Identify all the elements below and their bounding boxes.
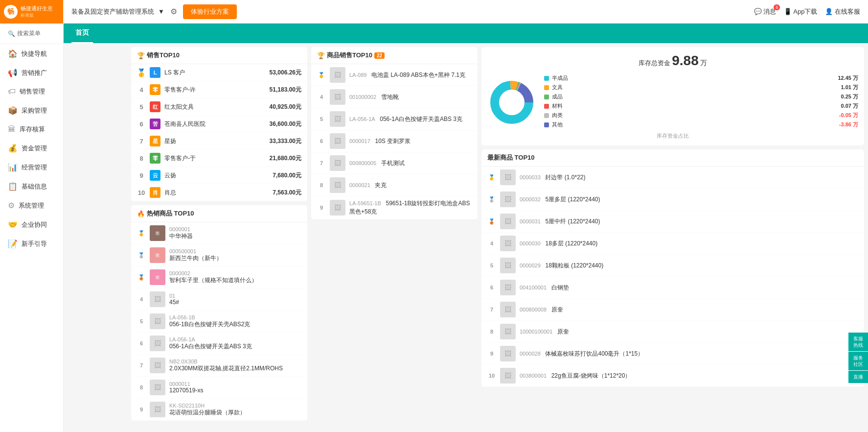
- product-info: 0000021 夹克: [349, 181, 472, 190]
- product-sales-header: 🏆 商品销售TOP10 22: [311, 47, 478, 64]
- trial-btn[interactable]: 体验行业方案: [183, 4, 237, 19]
- rank-num: 7: [487, 307, 496, 312]
- sidebar-item-basic-info[interactable]: 📋 基础信息: [0, 177, 63, 196]
- sidebar-item-operations[interactable]: 📊 经营管理: [0, 158, 63, 177]
- product-code: LA-056-1A: [349, 116, 375, 122]
- sidebar-item-purchase[interactable]: 📦 采购管理: [0, 101, 63, 120]
- product-name: 雪地靴: [381, 94, 399, 100]
- main-area: 装备及固定资产辅助管理系统 ▼ ⚙ 体验行业方案 💬 6 消息 📱 App下载 …: [64, 0, 868, 432]
- avatar: 零: [150, 84, 160, 95]
- customer-top10-title: 销售TOP10: [147, 51, 180, 60]
- basic-info-icon: 📋: [8, 182, 18, 191]
- product-name: 18多层 (1220*2440): [545, 240, 597, 247]
- product-info: 0000001 中华神器: [169, 226, 301, 240]
- legend-name: 肉类: [552, 112, 836, 119]
- product-thumbnail: 🖼: [150, 291, 165, 307]
- product-info: 000800008 原奎: [520, 306, 858, 314]
- sidebar-item-label: 企业协同: [22, 220, 47, 229]
- product-code: LA-59651-1B: [349, 200, 381, 206]
- latest-products-list: 🥇 🖼 0000033 封边带 (1.0*22) 🥈: [481, 167, 864, 387]
- product-code: 0000031: [520, 218, 541, 224]
- list-item: 6 🖼 004100001 白钢垫: [481, 277, 864, 299]
- chevron-down-icon: ▼: [158, 8, 164, 15]
- product-info: 0000002 智利车子里（规格不知道填什么）: [169, 270, 301, 285]
- settings-icon[interactable]: ⚙: [170, 7, 177, 16]
- image-placeholder-icon: 🖼: [334, 137, 341, 145]
- app-download-btn[interactable]: 📱 App下载: [784, 7, 817, 16]
- product-code: 0000028: [520, 351, 541, 357]
- float-service-btn[interactable]: 客服热线: [848, 333, 868, 351]
- sidebar-item-label: 系统管理: [19, 201, 44, 210]
- system-selector[interactable]: 装备及固定资产辅助管理系统 ▼: [71, 7, 164, 16]
- avatar: 云: [150, 170, 160, 181]
- product-code: 0000002: [169, 270, 301, 276]
- home-tab[interactable]: 首页: [71, 24, 93, 43]
- online-service-btn[interactable]: 👤 在线客服: [825, 7, 860, 16]
- product-info: 01 45#: [169, 293, 301, 306]
- sidebar-search-area[interactable]: 🔍 搜索菜单: [0, 24, 63, 44]
- product-info: LA-056-1A 056-1A白色按键开关盖ABS 3克: [169, 336, 301, 351]
- legend-name: 材料: [552, 102, 838, 110]
- product-info: LA-089 电池盖 LA-089 ABS本色+黑种 7.1克: [349, 71, 472, 79]
- panels-area: 🏆 销售TOP10 🥇 L LS 客户 53,006.26元: [127, 43, 868, 432]
- sidebar-item-collab[interactable]: 🤝 企业协同: [0, 215, 63, 234]
- float-live-btn[interactable]: 直播: [848, 371, 868, 383]
- customer-value: 33,333.00元: [270, 137, 301, 145]
- image-placeholder-icon: 🖼: [504, 195, 511, 203]
- sidebar-item-marketing[interactable]: 📢 营销推广: [0, 63, 63, 82]
- rank-num: 7: [317, 160, 326, 166]
- rank-num-6: 8: [137, 154, 146, 163]
- customer-value: 36,600.00元: [270, 120, 301, 128]
- content-body: 🏆 销售TOP10 🥇 L LS 客户 53,006.26元: [64, 43, 868, 432]
- product-info: 0000029 18颗粒板 (1220*2440): [520, 262, 858, 270]
- legend-item: 材料 0.07 万: [544, 102, 858, 110]
- product-name: 新西兰牛肉（新牛）: [169, 254, 301, 263]
- logo-badge: 标准版: [21, 12, 53, 19]
- image-placeholder-icon: 🖼: [504, 372, 511, 380]
- product-sales-list: 🥇 🖼 LA-089 电池盖 LA-089 ABS本色+黑种 7.1克: [311, 64, 478, 219]
- message-btn[interactable]: 💬 6 消息: [754, 7, 777, 16]
- sidebar-item-inventory[interactable]: 🏛 库存核算: [0, 120, 63, 139]
- sidebar-item-label: 销售管理: [20, 87, 45, 96]
- product-info: KK-SD22110H 花语萌恒温分腿睡袋（厚款）: [169, 403, 301, 417]
- image-placeholder-icon: 🖼: [504, 217, 511, 225]
- stock-footer: 库存资金占比: [487, 132, 858, 140]
- list-item: 8 🖼 10000100001 原奎: [481, 321, 864, 343]
- customer-value: 40,925.00元: [270, 103, 301, 111]
- list-item: 🥈 图 000500001 新西兰牛肉（新牛）: [131, 244, 307, 266]
- sidebar-item-quicknav[interactable]: 🏠 快捷导航: [0, 44, 63, 63]
- stock-legend: 半成品 12.45 万 文具 1.01 万: [544, 74, 858, 130]
- list-item: 🥇 🖼 LA-089 电池盖 LA-089 ABS本色+黑种 7.1克: [311, 64, 478, 86]
- sidebar-item-label: 采购管理: [22, 106, 47, 115]
- float-community-btn[interactable]: 服务社区: [848, 352, 868, 370]
- collab-icon: 🤝: [8, 220, 18, 229]
- product-name: 2.0X30MM双搓花轴,搓花直径2.1MM/ROHS: [169, 364, 301, 373]
- product-info: NB2.0X30B 2.0X30MM双搓花轴,搓花直径2.1MM/ROHS: [169, 359, 301, 373]
- image-placeholder-icon: 🖼: [504, 306, 511, 313]
- product-sales-panel: 🏆 商品销售TOP10 22 🥇 🖼 LA-089: [311, 47, 478, 219]
- rank-medal: 🥇: [317, 72, 326, 78]
- product-code: 003800001: [520, 373, 547, 379]
- rank-num: 4: [487, 240, 496, 246]
- stock-unit: 万: [700, 59, 707, 67]
- sidebar-item-finance[interactable]: 💰 资金管理: [0, 139, 63, 158]
- sidebar-item-sales[interactable]: 🏷 销售管理: [0, 82, 63, 101]
- legend-item: 半成品 12.45 万: [544, 74, 858, 82]
- product-thumbnail: 🖼: [330, 177, 345, 193]
- list-item: 9 🖼 0000028 体械嘉枚味苏打饮品400毫升（1*15）: [481, 343, 864, 365]
- sidebar-item-newbie[interactable]: 📝 新手引导: [0, 234, 63, 253]
- product-name: 体械嘉枚味苏打饮品400毫升（1*15）: [545, 350, 643, 357]
- latest-products-panel: 最新商品 TOP10 🥇 🖼 0000033 封边带 (1.0*22): [481, 149, 864, 387]
- customer-name: 云扬: [164, 171, 269, 180]
- rank-num: 5: [137, 318, 146, 324]
- product-name: 原奎: [551, 306, 563, 313]
- product-thumbnail: 图: [150, 225, 165, 241]
- page-header: 首页: [64, 24, 868, 43]
- image-placeholder-icon: 🖼: [504, 284, 511, 291]
- customer-value: 53,006.26元: [270, 69, 301, 77]
- stock-label: 库存总资金: [639, 59, 670, 67]
- product-code: 0000011: [169, 381, 301, 387]
- sidebar-item-system[interactable]: ⚙ 系统管理: [0, 196, 63, 215]
- search-menu-btn[interactable]: 🔍 搜索菜单: [4, 27, 59, 40]
- image-placeholder-icon: 🖼: [154, 339, 161, 347]
